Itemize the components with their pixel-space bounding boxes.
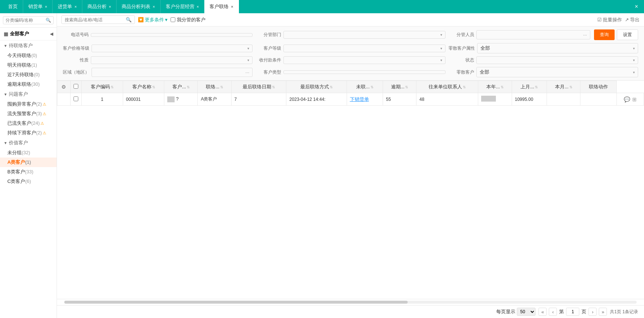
sidebar-item-未分组[interactable]: 未分组(32) <box>0 148 57 158</box>
row-checkbox[interactable] <box>74 96 78 101</box>
filter-search-box[interactable]: 🔍 <box>61 15 135 24</box>
filter-label-1-2: 零散客户属性 <box>448 45 475 52</box>
tab-close-goods-analysis[interactable]: × <box>109 4 111 9</box>
nav-tab-home[interactable]: 首页 <box>3 0 23 13</box>
filter-row-2-2: 状态▾ <box>448 56 638 64</box>
qr-icon[interactable]: ⊞ <box>632 96 637 102</box>
nav-tab-sales[interactable]: 销货单× <box>23 0 53 13</box>
gear-btn[interactable]: ⚙ <box>61 84 66 90</box>
sidebar-item-近7天待联络[interactable]: 近7天待联络(0) <box>0 70 57 80</box>
filter-input-dots-3-0[interactable]: ··· <box>92 68 253 77</box>
tab-close-customer-contact[interactable]: × <box>231 4 233 9</box>
filter-input-0-0[interactable] <box>91 33 253 37</box>
scrollbar-thumb[interactable] <box>64 301 408 304</box>
nav-tab-customer-tier[interactable]: 客户分层经营× <box>161 0 204 13</box>
sidebar-item-持续下滑客户[interactable]: 持续下滑客户(2)⚠ <box>0 128 57 138</box>
sort-icon[interactable]: ⇅ <box>463 85 466 89</box>
tab-close-sales[interactable]: × <box>45 4 47 9</box>
sidebar-section-问题客户[interactable]: ▼问题客户 <box>0 89 57 99</box>
filter-select-2-1[interactable]: ▾ <box>283 56 445 64</box>
sort-icon[interactable]: ⇅ <box>535 85 538 89</box>
row-last-month <box>547 93 580 106</box>
page-label-suffix: 页 <box>582 308 586 315</box>
sidebar-item-流失预警客户[interactable]: 流失预警客户(3)⚠ <box>0 109 57 119</box>
tab-close-customer-tier[interactable]: × <box>197 4 199 9</box>
sidebar-item-明天待联络[interactable]: 明天待联络(1) <box>0 60 57 70</box>
sidebar-item-B类客户[interactable]: B类客户(33) <box>0 167 57 177</box>
contact-method-link[interactable]: 下销货单 <box>350 96 369 102</box>
advanced-filter: 电话号码分管部门▾分管人员···查询设置客户价格等级▾客户等级▾零散客户属性全部… <box>57 26 644 81</box>
sort-icon[interactable]: ⇅ <box>405 85 408 89</box>
setting-btn[interactable]: 设置 <box>617 29 638 40</box>
sidebar-item-A类客户[interactable]: A类客户(1) <box>0 158 57 167</box>
nav-tab-customer-contact[interactable]: 客户联络× <box>204 0 239 13</box>
filter-select-2-2[interactable]: ▾ <box>476 56 638 64</box>
sort-icon[interactable]: ⇅ <box>569 85 572 89</box>
sort-icon[interactable]: ⇅ <box>330 85 333 89</box>
filter-more-btn[interactable]: 🔽 更多条件 ▾ <box>138 17 168 23</box>
sort-icon[interactable]: ⇅ <box>187 85 190 89</box>
sort-icon[interactable]: ⇅ <box>371 85 373 89</box>
filter-select-2-0[interactable]: ▾ <box>91 56 253 64</box>
page-size-select[interactable]: 50100200 <box>517 308 536 316</box>
footer: 每页显示 50100200 « ‹ 第 页 › » 共1页 1条记录 <box>57 305 644 318</box>
warn-icon: ⚠ <box>43 102 46 106</box>
filter-select-3-2[interactable]: 全部▾ <box>476 67 638 77</box>
section-title-label: 待联络客户 <box>9 42 33 49</box>
sidebar-item-count: (30) <box>31 81 40 87</box>
prev-page-btn[interactable]: ‹ <box>549 308 557 316</box>
sort-icon[interactable]: ⇅ <box>501 85 504 89</box>
col-header-14: 联络动作 <box>580 81 616 93</box>
page-size-selector: 每页显示 50100200 <box>496 308 536 316</box>
select-all-checkbox[interactable] <box>74 84 78 89</box>
nav-tab-goods-list[interactable]: 商品分析列表× <box>117 0 160 13</box>
sidebar-item-C类客户[interactable]: C类客户(6) <box>0 177 57 186</box>
sidebar-all-customers[interactable]: ▦ 全部客户 ◀ <box>0 28 57 40</box>
dots-icon[interactable]: ··· <box>245 70 249 75</box>
tab-close-purchase[interactable]: × <box>74 4 76 9</box>
query-btn[interactable]: 查询 <box>594 29 615 40</box>
sidebar-item-囤购异常客户[interactable]: 囤购异常客户(2)⚠ <box>0 99 57 109</box>
my-customers-label: 我分管的客户 <box>177 17 205 23</box>
filter-select-1-1[interactable]: ▾ <box>283 45 445 52</box>
chat-icon[interactable]: 💬 <box>624 96 630 102</box>
nav-tab-purchase[interactable]: 进货单× <box>53 0 82 13</box>
nav-tab-goods-analysis[interactable]: 商品分析× <box>82 0 117 13</box>
page-size-label: 每页显示 <box>496 308 515 315</box>
sidebar-section-待联络客户[interactable]: ▼待联络客户 <box>0 40 57 51</box>
dots-icon[interactable]: ··· <box>583 32 587 38</box>
sort-icon[interactable]: ⇅ <box>111 85 114 89</box>
sort-icon[interactable]: ⇅ <box>220 85 223 89</box>
filter-input-dots-0-2[interactable]: ··· <box>476 30 590 39</box>
sidebar-item-count: (6) <box>25 179 31 184</box>
first-page-btn[interactable]: « <box>539 308 547 316</box>
current-page-input[interactable] <box>566 308 579 316</box>
window-close-icon[interactable]: × <box>632 3 641 10</box>
last-page-btn[interactable]: » <box>599 308 607 316</box>
sidebar-item-今天待联络[interactable]: 今天待联络(0) <box>0 51 57 60</box>
next-page-btn[interactable]: › <box>588 308 597 316</box>
filter-select-1-2[interactable]: 全部▾ <box>477 43 638 53</box>
filter-search-input[interactable] <box>65 17 124 22</box>
filter-select-1-0[interactable]: ▾ <box>92 45 253 52</box>
tab-close-goods-list[interactable]: × <box>153 4 155 9</box>
sort-icon[interactable]: ⇅ <box>152 85 155 89</box>
sidebar-item-已流失客户[interactable]: 已流失客户(24)⚠ <box>0 119 57 128</box>
row-actions: 💬⊞ <box>616 93 644 106</box>
filter-input-3-1[interactable] <box>283 70 445 74</box>
sidebar-item-label: 已流失客户 <box>7 120 31 126</box>
filter-row-0-2: 分管人员···查询设置 <box>448 29 638 40</box>
my-customers-checkbox-area[interactable]: 我分管的客户 <box>171 17 205 23</box>
col-header-1 <box>71 81 82 93</box>
batch-op-btn[interactable]: ☑ 批量操作 <box>597 17 622 23</box>
sidebar-item-逾期未联络[interactable]: 逾期未联络(30) <box>0 80 57 89</box>
export-btn[interactable]: ↗ 导出 <box>625 17 640 23</box>
filter-select-0-1[interactable]: ▾ <box>283 31 445 39</box>
sidebar-section-价值客户[interactable]: ▼价值客户 <box>0 138 57 148</box>
sort-icon[interactable]: ⇅ <box>272 85 275 89</box>
grid-icon: ▦ <box>4 31 8 37</box>
col-header-4: 客户...⇅ <box>164 81 198 93</box>
filter-label-3-0: 区域（地区） <box>63 69 89 75</box>
horizontal-scrollbar[interactable] <box>64 301 637 304</box>
my-customers-checkbox[interactable] <box>171 17 175 22</box>
